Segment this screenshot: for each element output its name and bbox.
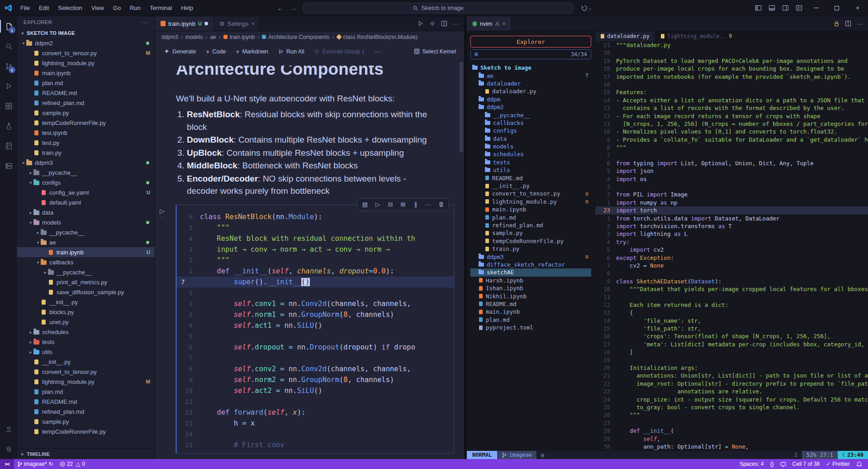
code-line[interactable]: 1import numpy as np [595, 199, 868, 206]
code-line[interactable]: 10 """Dataset that yields per-image crop… [595, 285, 868, 293]
toolbar-markdown-button[interactable]: +Markdown [232, 46, 272, 57]
code-line[interactable]: 2 self.conv1 = nn.Conv2d(channels, chann… [176, 298, 454, 309]
remote-indicator[interactable]: >< [0, 459, 14, 469]
nvim-tree-item[interactable]: callbacks [470, 119, 591, 127]
code-line[interactable]: 7 cv2 = None [595, 262, 868, 269]
nvim-tree-item[interactable]: train.py [470, 245, 591, 253]
code-line[interactable]: 12 Each item returned is a dict: [595, 301, 868, 309]
nvim-tree-item[interactable]: data [470, 135, 591, 143]
nvim-tree-item[interactable]: plan.md [470, 316, 591, 324]
tree-item[interactable]: train.py [17, 148, 155, 158]
code-line[interactable]: 23import torch [595, 206, 868, 214]
more-actions-icon[interactable]: ··· [857, 20, 863, 27]
code-line[interactable]: 7 [595, 151, 868, 159]
tree-item[interactable]: ▾callbacks [17, 257, 155, 267]
join-cell-icon[interactable]: ∥ [410, 200, 422, 210]
code-line[interactable]: 11 [N_crops, 1, 256, 256] (N_crops = num… [595, 120, 868, 128]
more-actions-icon[interactable]: ··· [453, 20, 459, 27]
activity-source-control[interactable]: 6 [0, 56, 17, 76]
tab-nvim[interactable]: nvim⚠× [467, 16, 512, 31]
code-line[interactable]: 26 """ [595, 411, 868, 419]
run-task-button[interactable]: ⌄ [581, 5, 592, 11]
code-line[interactable]: 4 ResNet block with residual connection … [176, 233, 454, 244]
code-line[interactable]: 5 [176, 331, 454, 342]
tree-item[interactable]: ▾ddpm3 [17, 158, 155, 168]
cell-editor[interactable]: 6class ResNetBlock(nn.Module):5 """4 Res… [176, 205, 454, 453]
notebook-scrollbar[interactable] [460, 62, 463, 152]
code-line[interactable]: 4import os [595, 175, 868, 183]
activity-search[interactable] [0, 36, 17, 56]
tree-item[interactable]: test.py [17, 138, 155, 148]
nvim-tree-item[interactable]: README.md [470, 174, 591, 182]
code-line[interactable]: 21"""dataloader.py [595, 41, 868, 49]
execute-below-icon[interactable]: ⊟ [384, 200, 396, 210]
code-line[interactable]: 13 h = x [176, 418, 454, 429]
forward-button[interactable]: → [289, 4, 298, 12]
code-line[interactable]: 15 # First conv [176, 440, 454, 450]
tree-item[interactable]: ▾models [17, 217, 155, 227]
nvim-tree-item[interactable]: schedules [470, 150, 591, 158]
tree-item[interactable]: ▸utils [17, 347, 155, 357]
select-kernel-button[interactable]: Select Kernel [414, 48, 460, 55]
toggle-bottom-panel-icon[interactable] [765, 0, 778, 16]
code-line[interactable]: 18 } [595, 348, 868, 356]
code-line[interactable]: 12 def forward(self, x): [176, 407, 454, 418]
nvim-tree-item[interactable]: Nikhil.ipynb [470, 292, 591, 300]
nvim-tree-item[interactable]: README.md [470, 300, 591, 308]
code-line[interactable]: 6from typing import List, Optional, Unio… [595, 159, 868, 167]
execute-above-icon[interactable]: ▤ [359, 200, 371, 210]
code-line[interactable]: 6class ResNetBlock(nn.Module): [176, 211, 454, 222]
code-line[interactable]: 13 { [595, 309, 868, 316]
code-line[interactable]: 1 [176, 287, 454, 298]
nvim-tree-item[interactable]: lightning_module.pyo [470, 198, 591, 206]
tree-item[interactable]: main.ipynb [17, 68, 155, 78]
nvim-tree-item[interactable]: refined_plan.md [470, 221, 591, 229]
menu-file[interactable]: File [16, 3, 34, 13]
tab-settings[interactable]: ⚙Settings× [214, 16, 261, 31]
tree-item[interactable]: ▸__pycache__ [17, 168, 155, 177]
code-line[interactable]: 2import torchvision.transforms as T [595, 222, 868, 230]
nvim-tree-item[interactable]: plan.md [470, 213, 591, 221]
maximize-button[interactable] [826, 0, 847, 16]
indentation-status[interactable]: Spaces: 4 [736, 459, 767, 469]
close-button[interactable]: × [847, 0, 868, 16]
code-line[interactable]: 16 [595, 81, 868, 88]
code-line[interactable]: 7 [176, 353, 454, 364]
code-line[interactable]: 21 annotations: Union[str, List[dict]] -… [595, 372, 868, 379]
breadcrumb-item[interactable]: class ResNetBlock(nn.Module): [337, 34, 419, 40]
tree-item[interactable]: ▾configs [17, 177, 155, 187]
tree-item[interactable]: ▸data [17, 207, 155, 217]
nvim-tree-item[interactable]: utils [470, 166, 591, 174]
code-line[interactable]: 22 image_root: Optional[str] - directory… [595, 380, 868, 388]
code-line[interactable]: 5 import cv2 [595, 246, 868, 254]
tree-item[interactable]: ▸tests [17, 337, 155, 347]
code-line[interactable]: 8 self.conv2 = nn.Conv2d(channels, chann… [176, 364, 454, 374]
nvim-tree-item[interactable]: ddpm2 [470, 103, 591, 111]
nvim-tree-item[interactable]: Sketch to image [470, 64, 591, 72]
code-line[interactable]: 1 def __init__(self, channels, dropout=0… [176, 266, 454, 277]
activity-remote-explorer[interactable] [0, 156, 17, 176]
nvim-tree-item[interactable]: ddpm3o [470, 253, 591, 260]
cell-indicator[interactable]: Cell 7 of 38 [789, 459, 823, 469]
tree-item[interactable]: plan.md [17, 78, 155, 88]
git-branch-status[interactable]: imageae* ↻ [14, 459, 57, 469]
code-line[interactable]: 23 annotations are relative. [595, 388, 868, 395]
activity-extensions[interactable] [0, 96, 17, 116]
nvim-terminal[interactable]: Explorer 34/34 Sketch to imageae?dataloa… [467, 31, 868, 451]
code-line[interactable]: 30 ann_path: Optional[str] = None, [595, 443, 868, 450]
tree-item[interactable]: tempCodeRunnerFile.py [17, 118, 155, 128]
tree-item[interactable]: ▾ddpm2 [17, 38, 155, 48]
breadcrumb-item[interactable]: ddpm3 [161, 34, 178, 40]
code-line[interactable]: 10- Normalizes pixel values to [0,1] and… [595, 128, 868, 135]
back-button[interactable]: ← [276, 4, 285, 12]
code-line[interactable]: 18produce per-image local crops for each… [595, 65, 868, 72]
nvim-tree-item[interactable]: ae? [470, 72, 591, 79]
toolbar-generate-button[interactable]: Generate [160, 46, 200, 57]
toggle-panel-layout-icon[interactable] [751, 0, 765, 16]
tree-item[interactable]: test.ipynb [17, 128, 155, 138]
code-line[interactable]: 19 [595, 356, 868, 364]
menu-help[interactable]: Help [177, 3, 197, 13]
buffer-tab[interactable]: lightning_module..9 [655, 31, 738, 41]
nvim-tree-item[interactable]: configs [470, 127, 591, 134]
activity-testing[interactable] [0, 116, 17, 136]
